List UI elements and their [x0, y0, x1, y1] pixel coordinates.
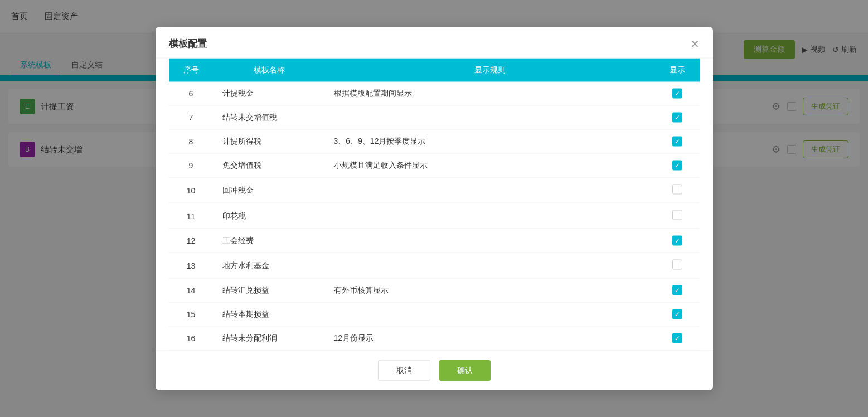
row-rule: 有外币核算显示: [325, 278, 655, 302]
row-checkbox[interactable]: [672, 210, 682, 220]
row-id: 15: [169, 302, 214, 326]
row-checkbox[interactable]: [672, 185, 682, 195]
row-name: 工会经费: [214, 229, 325, 253]
row-id: 8: [169, 129, 214, 153]
row-checkbox[interactable]: ✓: [672, 333, 682, 343]
row-display: ✓: [655, 302, 700, 326]
row-display: ✓: [655, 326, 700, 350]
table-row: 11印花税: [169, 203, 700, 229]
row-display: ✓: [655, 278, 700, 302]
table-row: 16结转未分配利润12月份显示✓: [169, 326, 700, 350]
row-id: 16: [169, 326, 214, 350]
row-display: ✓: [655, 129, 700, 153]
row-id: 12: [169, 229, 214, 253]
row-rule: [325, 105, 655, 129]
table-row: 6计提税金根据模版配置期间显示✓: [169, 82, 700, 106]
row-name: 计提所得税: [214, 129, 325, 153]
row-name: 印花税: [214, 203, 325, 229]
row-name: 结转未交增值税: [214, 105, 325, 129]
row-rule: [325, 302, 655, 326]
row-id: 9: [169, 153, 214, 177]
row-checkbox[interactable]: ✓: [672, 89, 682, 99]
col-id: 序号: [169, 59, 214, 82]
table-body: 6计提税金根据模版配置期间显示✓7结转未交增值税✓8计提所得税3、6、9、12月…: [169, 82, 700, 351]
row-rule: [325, 203, 655, 229]
row-name: 结转汇兑损益: [214, 278, 325, 302]
row-id: 7: [169, 105, 214, 129]
row-display: ✓: [655, 229, 700, 253]
col-rule: 显示规则: [325, 59, 655, 82]
row-checkbox[interactable]: ✓: [672, 236, 682, 246]
row-display: [655, 177, 700, 203]
modal-footer: 取消 确认: [156, 351, 713, 390]
row-name: 免交增值税: [214, 153, 325, 177]
row-rule: 12月份显示: [325, 326, 655, 350]
col-name: 模板名称: [214, 59, 325, 82]
row-id: 11: [169, 203, 214, 229]
modal-close-button[interactable]: ✕: [690, 38, 700, 49]
row-display: [655, 203, 700, 229]
table-row: 8计提所得税3、6、9、12月按季度显示✓: [169, 129, 700, 153]
modal-header: 模板配置 ✕: [156, 27, 713, 59]
row-checkbox[interactable]: [672, 260, 682, 270]
row-rule: 3、6、9、12月按季度显示: [325, 129, 655, 153]
table-row: 13地方水利基金: [169, 253, 700, 278]
cancel-button[interactable]: 取消: [378, 360, 430, 381]
row-name: 回冲税金: [214, 177, 325, 203]
confirm-button[interactable]: 确认: [439, 360, 491, 381]
row-rule: 根据模版配置期间显示: [325, 82, 655, 106]
row-checkbox[interactable]: ✓: [672, 285, 682, 295]
row-id: 6: [169, 82, 214, 106]
table-row: 15结转本期损益✓: [169, 302, 700, 326]
modal-title: 模板配置: [169, 37, 207, 50]
row-display: ✓: [655, 153, 700, 177]
col-display: 显示: [655, 59, 700, 82]
config-table: 序号 模板名称 显示规则 显示 6计提税金根据模版配置期间显示✓7结转未交增值税…: [169, 59, 700, 351]
table-row: 12工会经费✓: [169, 229, 700, 253]
row-display: ✓: [655, 105, 700, 129]
row-name: 结转本期损益: [214, 302, 325, 326]
row-rule: [325, 229, 655, 253]
table-row: 10回冲税金: [169, 177, 700, 203]
row-display: ✓: [655, 82, 700, 106]
row-id: 10: [169, 177, 214, 203]
row-rule: [325, 177, 655, 203]
row-checkbox[interactable]: ✓: [672, 137, 682, 147]
row-rule: 小规模且满足收入条件显示: [325, 153, 655, 177]
row-name: 地方水利基金: [214, 253, 325, 278]
row-id: 13: [169, 253, 214, 278]
row-checkbox[interactable]: ✓: [672, 309, 682, 319]
row-checkbox[interactable]: ✓: [672, 161, 682, 171]
row-rule: [325, 253, 655, 278]
row-display: [655, 253, 700, 278]
table-row: 14结转汇兑损益有外币核算显示✓: [169, 278, 700, 302]
table-row: 9免交增值税小规模且满足收入条件显示✓: [169, 153, 700, 177]
row-id: 14: [169, 278, 214, 302]
row-name: 结转未分配利润: [214, 326, 325, 350]
modal-template-config: 模板配置 ✕ 序号 模板名称 显示规则 显示 6计提税金根据模版配置期间显示✓7…: [156, 27, 713, 390]
table-row: 7结转未交增值税✓: [169, 105, 700, 129]
modal-body: 序号 模板名称 显示规则 显示 6计提税金根据模版配置期间显示✓7结转未交增值税…: [156, 59, 713, 351]
row-checkbox[interactable]: ✓: [672, 113, 682, 123]
table-header: 序号 模板名称 显示规则 显示: [169, 59, 700, 82]
row-name: 计提税金: [214, 82, 325, 106]
